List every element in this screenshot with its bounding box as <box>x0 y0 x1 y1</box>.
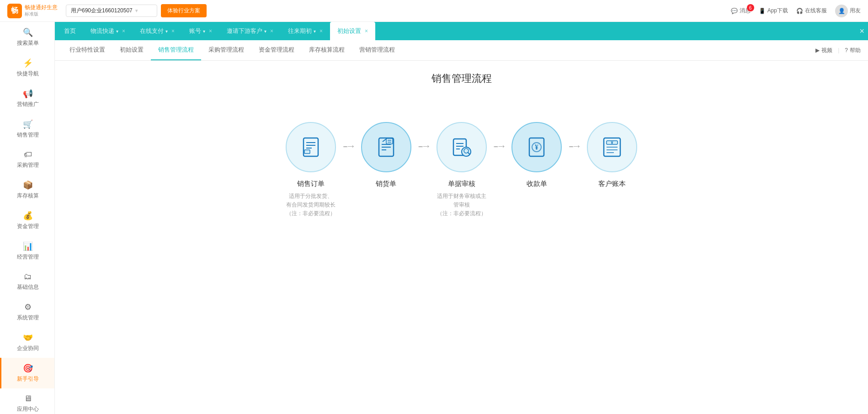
page-tabs-left: 行业特性设置 初始设置 销售管理流程 采购管理流程 资金管理流程 <box>62 40 402 60</box>
flow-label-sales-order: 销售订单 <box>297 180 325 188</box>
review-icon <box>450 135 474 159</box>
sidebar-item-marketing[interactable]: 📢 营销推广 <box>0 83 54 114</box>
sidebar-label-app-center: 应用中心 <box>17 405 39 413</box>
sidebar-item-app-center[interactable]: 🖥 应用中心 <box>0 388 54 414</box>
flow-circle-receipt[interactable]: ¥ ¥ <box>511 122 562 172</box>
page-content: 销售管理流程 <box>55 61 868 414</box>
flow-item-sales-invoice: 销货单 <box>350 122 423 192</box>
nav-tab-payment-close[interactable]: × <box>171 28 175 34</box>
help-item[interactable]: ? 帮助 <box>845 47 861 54</box>
svg-text:¥: ¥ <box>611 140 613 145</box>
flow-label-customer-ledger: 客户账本 <box>598 180 626 188</box>
page-tab-inventory-flow-label: 库存核算流程 <box>309 46 345 53</box>
inventory-icon: 📦 <box>23 180 33 190</box>
chevron-down-icon: ▼ <box>134 8 139 13</box>
sidebar-item-purchase[interactable]: 🏷 采购管理 <box>0 144 54 175</box>
sidebar-item-system[interactable]: ⚙ 系统管理 <box>0 297 54 327</box>
sidebar-item-search[interactable]: 🔍 搜索菜单 <box>0 22 54 53</box>
svg-rect-9 <box>386 138 393 144</box>
nav-bar-close-icon[interactable]: × <box>859 27 864 36</box>
search-icon: 🔍 <box>23 27 33 37</box>
nav-tabs-bar: 首页 物流快递 ▾ × 在线支付 ▾ × 账号 ▾ × <box>55 22 868 40</box>
sidebar-item-basic[interactable]: 🗂 基础信息 <box>0 266 54 297</box>
sidebar-item-operation[interactable]: 📊 经营管理 <box>0 236 54 266</box>
nav-tab-period-close[interactable]: × <box>320 28 323 34</box>
nav-tab-logistics-label: 物流快递 <box>91 27 114 35</box>
online-service-item[interactable]: 🎧 在线客服 <box>796 7 827 15</box>
flow-label-receipt: 收款单 <box>527 180 547 188</box>
user-profile-item[interactable]: 👤 用友 <box>835 5 861 17</box>
sidebar-item-collab[interactable]: 🤝 企业协同 <box>0 327 54 358</box>
sidebar-item-guide[interactable]: 🎯 新手引导 <box>0 358 54 388</box>
operation-icon: 📊 <box>23 241 33 251</box>
sidebar-item-inventory[interactable]: 📦 库存核算 <box>0 175 54 205</box>
app-download-item[interactable]: 📱 App下载 <box>759 7 788 15</box>
page-tab-marketing-flow[interactable]: 营销管理流程 <box>352 40 402 60</box>
flow-circle-customer-ledger[interactable]: ¥ <box>587 122 637 172</box>
page-tabs: 行业特性设置 初始设置 销售管理流程 采购管理流程 资金管理流程 <box>55 40 868 61</box>
basic-icon: 🗂 <box>24 272 32 281</box>
flow-item-receipt: ¥ ¥ 收款单 <box>500 122 573 192</box>
video-label: 视频 <box>821 47 832 54</box>
message-icon: 💬 <box>731 8 738 14</box>
experience-button[interactable]: 体验行业方案 <box>161 4 207 17</box>
page-tab-sales-flow[interactable]: 销售管理流程 <box>151 40 201 60</box>
app-container: 畅 畅捷通好生意 标准版 用户690企业1660120507 ▼ 体验行业方案 … <box>0 0 868 414</box>
video-help-item[interactable]: ▶ 视频 <box>815 47 832 54</box>
nav-tab-invite[interactable]: 邀请下游客户 ▾ × <box>219 22 281 40</box>
page-tab-industry[interactable]: 行业特性设置 <box>62 40 112 60</box>
flow-circle-sales-order[interactable] <box>286 122 336 172</box>
svg-text:¥: ¥ <box>535 144 538 151</box>
top-bar: 畅 畅捷通好生意 标准版 用户690企业1660120507 ▼ 体验行业方案 … <box>0 0 868 22</box>
sidebar: 🔍 搜索菜单 ⚡ 快捷导航 📢 营销推广 🛒 销售管理 🏷 采购管理 📦 <box>0 22 55 414</box>
page-tab-inventory-flow[interactable]: 库存核算流程 <box>302 40 352 60</box>
question-icon: ? <box>845 47 848 53</box>
nav-tab-account-arrow: ▾ <box>203 29 205 34</box>
sidebar-item-quick-nav[interactable]: ⚡ 快捷导航 <box>0 53 54 83</box>
headset-icon: 🎧 <box>796 8 803 14</box>
nav-tab-account[interactable]: 账号 ▾ × <box>182 22 219 40</box>
receipt-icon: ¥ ¥ <box>525 135 548 159</box>
page-tab-capital-flow[interactable]: 资金管理流程 <box>251 40 302 60</box>
sidebar-label-inventory: 库存核算 <box>17 192 39 200</box>
flow-desc-review: 适用于财务审核或主管审核（注：非必要流程） <box>437 192 486 218</box>
purchase-icon: 🏷 <box>24 150 32 159</box>
page-tab-initial[interactable]: 初始设置 <box>112 40 151 60</box>
message-badge: 6 <box>747 4 754 11</box>
sidebar-label-sales: 销售管理 <box>17 131 39 139</box>
flow-circle-review[interactable] <box>437 122 487 172</box>
message-item[interactable]: 💬 消息 6 <box>731 7 751 15</box>
logo-text: 畅捷通好生意 <box>25 4 58 11</box>
nav-tab-setup-label: 初始设置 <box>337 27 361 35</box>
nav-tab-home[interactable]: 首页 <box>57 22 83 40</box>
nav-tab-account-label: 账号 <box>189 27 201 35</box>
marketing-icon: 📢 <box>23 89 33 99</box>
nav-tab-setup[interactable]: 初始设置 × <box>330 22 375 40</box>
nav-tab-invite-arrow: ▾ <box>264 29 266 34</box>
nav-tab-logistics[interactable]: 物流快递 ▾ × <box>83 22 133 40</box>
app-icon: 📱 <box>759 8 766 14</box>
sales-invoice-icon <box>374 135 398 159</box>
page-title: 销售管理流程 <box>73 72 850 85</box>
nav-tab-payment[interactable]: 在线支付 ▾ × <box>133 22 182 40</box>
sidebar-label-purchase: 采购管理 <box>17 161 39 169</box>
flow-desc-sales-order: 适用于分批发货、有合同发货周期较长（注：非必要流程） <box>286 192 335 218</box>
nav-tab-invite-close[interactable]: × <box>270 28 273 34</box>
sidebar-item-sales[interactable]: 🛒 销售管理 <box>0 114 54 144</box>
user-selector[interactable]: 用户690企业1660120507 ▼ <box>66 5 157 17</box>
content-area: 首页 物流快递 ▾ × 在线支付 ▾ × 账号 ▾ × <box>55 22 868 414</box>
nav-tab-period[interactable]: 往来期初 ▾ × <box>281 22 330 40</box>
service-label: 在线客服 <box>805 7 827 15</box>
divider: | <box>838 47 839 53</box>
nav-tab-payment-label: 在线支付 <box>140 27 164 35</box>
logo-sub: 标准版 <box>25 11 58 17</box>
nav-tab-logistics-close[interactable]: × <box>122 28 125 34</box>
nav-tab-logistics-arrow: ▾ <box>116 29 118 34</box>
flow-circle-sales-invoice[interactable] <box>361 122 411 172</box>
nav-tab-setup-close[interactable]: × <box>365 28 368 34</box>
sidebar-item-capital[interactable]: 💰 资金管理 <box>0 205 54 236</box>
nav-tab-account-close[interactable]: × <box>209 28 212 34</box>
flow-diagram: 销售订单 适用于分批发货、有合同发货周期较长（注：非必要流程） --→ <box>73 113 850 228</box>
nav-tab-payment-arrow: ▾ <box>165 29 168 34</box>
page-tab-purchase-flow[interactable]: 采购管理流程 <box>201 40 251 60</box>
